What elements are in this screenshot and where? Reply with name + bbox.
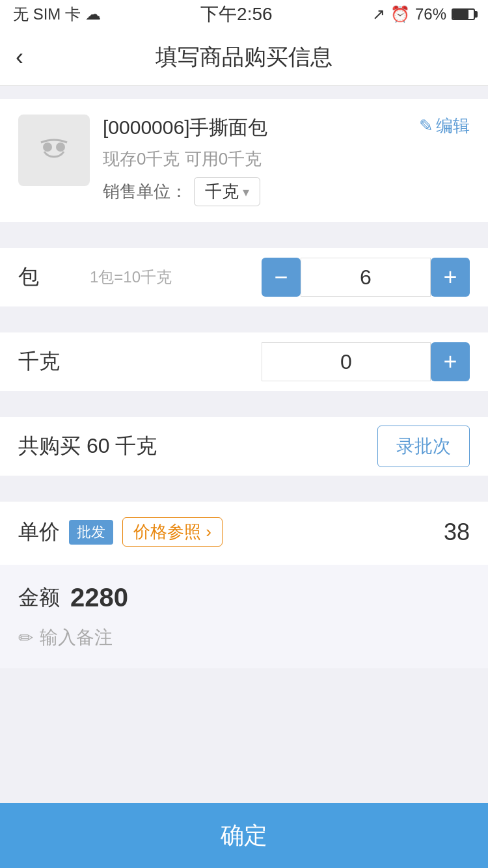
kg-section: 千克 + <box>0 332 488 391</box>
edit-icon: ✎ <box>419 116 433 136</box>
pack-section: 包 1包=10千克 − + <box>0 248 488 306</box>
price-reference-button[interactable]: 价格参照 › <box>122 517 223 547</box>
battery-icon <box>452 8 475 20</box>
amount-section: 金额 2280 ✏ 输入备注 <box>0 565 488 668</box>
pack-sublabel: 1包=10千克 <box>90 267 172 288</box>
location-icon: ↗ <box>372 5 385 23</box>
kg-label: 千克 <box>18 347 83 376</box>
price-value: 38 <box>444 519 470 546</box>
kg-increment-button[interactable]: + <box>431 342 470 381</box>
kg-row: 千克 + <box>0 332 488 391</box>
price-label: 单价 <box>18 518 60 547</box>
summary-text: 共购买 60 千克 <box>18 432 157 461</box>
status-time: 下午2:56 <box>200 2 273 27</box>
svg-point-0 <box>43 142 52 152</box>
battery-label: 76% <box>415 5 446 23</box>
amount-label: 金额 <box>18 584 60 612</box>
status-bar: 无 SIM 卡 ☁ 下午2:56 ↗ ⏰ 76% <box>0 0 488 29</box>
back-button[interactable]: ‹ <box>16 44 23 71</box>
pack-increment-button[interactable]: + <box>431 258 470 297</box>
product-card: [0000006]手撕面包 现存0千克 可用0千克 销售单位： 千克 ▾ ✎ 编… <box>0 99 488 222</box>
amount-value: 2280 <box>70 583 128 612</box>
unit-selector[interactable]: 千克 ▾ <box>194 177 260 206</box>
pack-quantity-input[interactable] <box>301 258 431 297</box>
product-unit-row: 销售单位： 千克 ▾ <box>103 177 470 206</box>
product-logo-icon <box>34 131 74 170</box>
alarm-icon: ⏰ <box>390 5 410 23</box>
sim-label: 无 SIM 卡 ☁ <box>13 4 101 25</box>
price-section: 单价 批发 价格参照 › 38 <box>0 502 488 565</box>
kg-controls: + <box>262 342 470 381</box>
remark-icon: ✏ <box>18 627 33 649</box>
unit-label: 销售单位： <box>103 180 187 203</box>
price-type-tag: 批发 <box>69 520 113 545</box>
edit-label: 编辑 <box>436 115 470 137</box>
product-name: [0000006]手撕面包 <box>103 115 470 141</box>
summary-row: 共购买 60 千克 录批次 <box>0 417 488 476</box>
pack-decrement-button[interactable]: − <box>262 258 301 297</box>
svg-point-1 <box>56 142 65 152</box>
chevron-down-icon: ▾ <box>243 184 249 200</box>
pack-row: 包 1包=10千克 − + <box>0 248 488 306</box>
product-info: [0000006]手撕面包 现存0千克 可用0千克 销售单位： 千克 ▾ <box>103 115 470 206</box>
unit-value: 千克 <box>205 180 239 203</box>
kg-quantity-input[interactable] <box>262 342 431 381</box>
confirm-button[interactable]: 确定 <box>0 803 488 868</box>
status-left: 无 SIM 卡 ☁ <box>13 4 101 25</box>
price-row: 单价 批发 价格参照 › 38 <box>18 517 470 547</box>
page-title: 填写商品购买信息 <box>156 42 332 72</box>
product-thumbnail <box>18 115 90 186</box>
pack-controls: − + <box>262 258 470 297</box>
nav-bar: ‹ 填写商品购买信息 <box>0 29 488 86</box>
edit-button[interactable]: ✎ 编辑 <box>419 115 470 137</box>
status-right: ↗ ⏰ 76% <box>372 5 475 23</box>
pack-label: 包 <box>18 263 83 292</box>
amount-row: 金额 2280 <box>18 583 470 612</box>
batch-record-button[interactable]: 录批次 <box>377 426 470 467</box>
product-stock: 现存0千克 可用0千克 <box>103 148 470 170</box>
remark-placeholder: 输入备注 <box>40 625 113 650</box>
remark-row[interactable]: ✏ 输入备注 <box>18 625 470 668</box>
